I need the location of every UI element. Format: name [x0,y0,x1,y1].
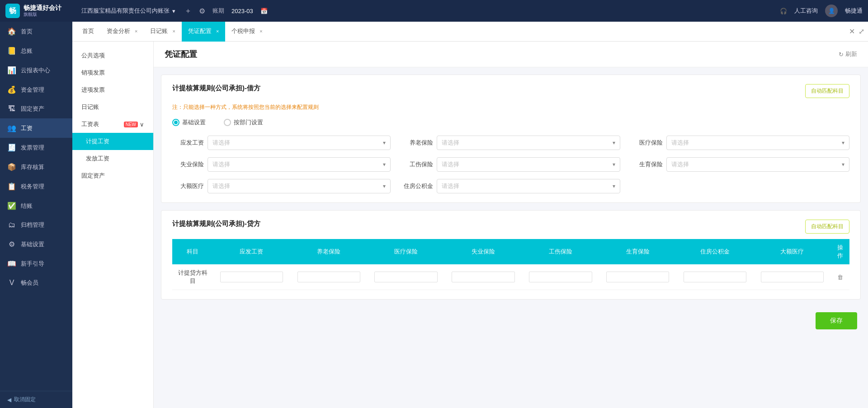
select-yingfa-placeholder: 请选择 [212,139,230,147]
main-layout: 🏠 首页 📒 总账 📊 云报表中心 💰 资金管理 🏗 固定资产 👥 工资 🧾 发… [0,22,868,408]
select-shengyu-placeholder: 请选择 [671,160,689,169]
sidebar-label-checkout: 结账 [21,202,33,210]
sidebar-item-settings[interactable]: ⚙ 基础设置 [0,234,72,254]
credit-auto-match-button[interactable]: 自动匹配科目 [805,220,849,234]
select-gongshang[interactable]: 请选择 ▾ [437,157,620,172]
left-nav-salary-table[interactable]: 工资表 NEW ∨ [72,116,153,133]
tax-icon: 📋 [7,182,16,191]
form-item-shengyu: 生育保险 请选择 ▾ [631,157,849,172]
sidebar-item-guide[interactable]: 📖 新手引导 [0,254,72,273]
tab-tax[interactable]: 个税申报 × [225,22,269,42]
input-shiye[interactable] [452,272,514,282]
funds-icon: 💰 [7,85,16,94]
td-gongshang[interactable] [522,264,599,290]
settings-icon[interactable]: ⚙ [199,7,205,15]
sidebar-item-ledger[interactable]: 📒 总账 [0,41,72,61]
tab-tax-close[interactable]: × [259,28,262,34]
sidebar-item-reports[interactable]: 📊 云报表中心 [0,61,72,80]
select-shiye[interactable]: 请选择 ▾ [208,157,391,172]
left-nav-purchase-invoice[interactable]: 进项发票 [72,81,153,98]
left-nav-calc-salary[interactable]: 计提工资 [72,133,153,150]
select-daeyiliao-placeholder: 请选择 [212,182,230,190]
sidebar-item-home[interactable]: 🏠 首页 [0,22,72,41]
service-label[interactable]: 人工咨询 [794,7,818,15]
input-yingfa[interactable] [220,272,283,282]
sidebar-item-member[interactable]: V 畅会员 [0,273,72,292]
debit-auto-match-button[interactable]: 自动匹配科目 [805,84,849,98]
refresh-button[interactable]: ↻ 刷新 [839,50,857,58]
sidebar-label-guide: 新手引导 [21,260,44,268]
td-yingfa[interactable] [213,264,290,290]
td-daeyiliao[interactable] [754,264,831,290]
tab-journal-close[interactable]: × [172,28,175,34]
tab-funds[interactable]: 资金分析 × [100,22,144,42]
headset-icon: 🎧 [780,8,787,14]
select-yingfa[interactable]: 请选择 ▾ [208,136,391,150]
left-nav-public[interactable]: 公共选项 [72,47,153,64]
calendar-icon[interactable]: 📅 [260,8,268,14]
input-yiliao[interactable] [374,272,437,282]
sidebar-item-assets[interactable]: 🏗 固定资产 [0,99,72,118]
left-nav: 公共选项 销项发票 进项发票 日记账 工资表 NEW ∨ [72,42,154,408]
chevron-gjj: ▾ [613,183,615,189]
input-shengyu[interactable] [606,272,669,282]
cancel-pin-button[interactable]: ◀ 取消固定 [0,391,72,408]
close-window-icon[interactable]: ✕ [849,27,855,36]
select-shengyu[interactable]: 请选择 ▾ [666,157,849,172]
chevron-yingfa: ▾ [383,140,386,146]
label-gongshang: 工伤保险 [401,160,433,169]
debit-form-grid: 应发工资 请选择 ▾ 养老保险 请选择 ▾ [172,136,849,193]
tab-voucher-close[interactable]: × [216,28,219,34]
td-shengyu[interactable] [599,264,676,290]
radio-basic-circle [172,119,179,126]
input-gjj[interactable] [684,272,746,282]
input-yanglao[interactable] [297,272,360,282]
left-nav-fixed-assets[interactable]: 固定资产 [72,167,153,184]
save-button[interactable]: 保存 [816,312,857,329]
label-daeyiliao: 大额医疗 [172,182,204,190]
sidebar-item-inventory[interactable]: 📦 库存核算 [0,157,72,177]
sidebar-item-archive[interactable]: 🗂 归档管理 [0,216,72,234]
select-yanglao[interactable]: 请选择 ▾ [437,136,620,150]
th-yiliao: 医疗保险 [368,239,445,264]
radio-basic[interactable]: 基础设置 [172,118,206,127]
company-selector[interactable]: 江西服宝精品有限责任公司内账张 ▾ [81,7,175,15]
assets-icon: 🏗 [7,105,16,113]
sidebar-label-funds: 资金管理 [21,86,44,94]
select-gjj[interactable]: 请选择 ▾ [437,179,620,193]
sidebar-item-tax[interactable]: 📋 税务管理 [0,177,72,196]
left-nav-sales-invoice[interactable]: 销项发票 [72,64,153,81]
tab-funds-close[interactable]: × [135,28,137,34]
left-nav-journal[interactable]: 日记账 [72,98,153,116]
td-yiliao[interactable] [368,264,445,290]
home-icon: 🏠 [7,27,16,36]
page-header: 凭证配置 ↻ 刷新 [154,42,868,67]
sidebar-label-invoice: 发票管理 [21,144,44,152]
sidebar-label-home: 首页 [21,28,33,36]
sidebar-item-invoice[interactable]: 🧾 发票管理 [0,138,72,157]
period-value[interactable]: 2023-03 [231,8,253,14]
select-daeyiliao[interactable]: 请选择 ▾ [208,179,391,193]
delete-icon[interactable]: 🗑 [837,274,843,281]
tab-journal[interactable]: 日记账 × [144,22,181,42]
expand-icon[interactable]: ⤢ [859,27,864,36]
label-gjj: 住房公积金 [401,182,433,190]
left-nav-pay-salary[interactable]: 发放工资 [72,150,153,167]
chevron-yanglao: ▾ [613,140,615,146]
radio-dept[interactable]: 按部门设置 [224,118,263,127]
input-gongshang[interactable] [529,272,592,282]
add-icon[interactable]: ＋ [184,6,192,16]
sidebar-item-funds[interactable]: 💰 资金管理 [0,80,72,99]
sidebar-item-salary[interactable]: 👥 工资 [0,118,72,138]
input-daeyiliao[interactable] [761,272,824,282]
tab-voucher[interactable]: 凭证配置 × [182,22,225,42]
tab-voucher-label: 凭证配置 [188,27,212,35]
sidebar-label-settings: 基础设置 [21,240,44,249]
td-shiye[interactable] [445,264,522,290]
tab-home[interactable]: 首页 [76,22,100,42]
top-bar: 畅 畅捷通好会计 旗舰版 江西服宝精品有限责任公司内账张 ▾ ＋ ⚙ 账期 20… [0,0,868,22]
sidebar-item-checkout[interactable]: ✅ 结账 [0,196,72,216]
td-gjj[interactable] [676,264,754,290]
td-yanglao[interactable] [290,264,368,290]
select-yiliao[interactable]: 请选择 ▾ [666,136,849,150]
